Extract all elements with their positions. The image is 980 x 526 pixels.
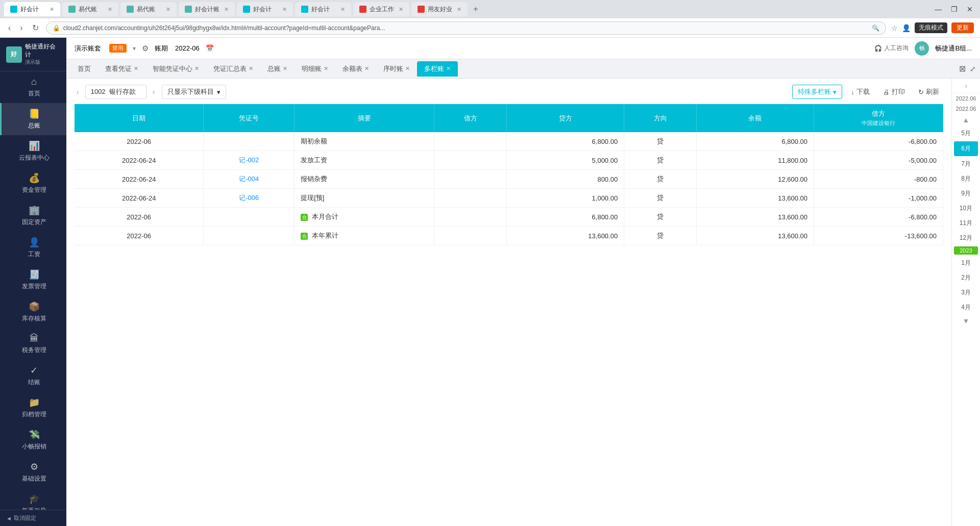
tab-close-6[interactable]: ✕ xyxy=(282,6,287,13)
month-item-jan[interactable]: 1月 xyxy=(952,256,980,270)
tab-sequence-ledger[interactable]: 序时账 ✕ xyxy=(376,61,417,77)
calendar-icon[interactable]: 📅 xyxy=(206,44,214,52)
tab-balance-table[interactable]: 余额表 ✕ xyxy=(335,61,376,77)
month-item-may[interactable]: 5月 xyxy=(952,126,980,141)
sidebar-item-fund[interactable]: 💰 资金管理 xyxy=(0,167,66,199)
sidebar-item-settle[interactable]: ✓ 结账 xyxy=(0,360,66,392)
tab-balance-table-close[interactable]: ✕ xyxy=(364,65,369,72)
sidebar-item-invoice[interactable]: 🧾 发票管理 xyxy=(0,264,66,296)
tab-1[interactable]: 易代账 ✕ xyxy=(62,2,118,16)
month-item-mar[interactable]: 3月 xyxy=(952,285,980,300)
sidebar-item-guide[interactable]: 🎓 新手引导 xyxy=(0,488,66,510)
tab-voucher-view-close[interactable]: ✕ xyxy=(134,65,138,72)
tab-detail-ledger[interactable]: 明细账 ✕ xyxy=(295,61,335,77)
tab-8[interactable]: 企业工作 ✕ xyxy=(353,2,409,16)
customer-service-button[interactable]: 🎧 人工咨询 xyxy=(874,44,909,53)
tab-close-3[interactable]: ✕ xyxy=(224,6,229,13)
maximize-button[interactable]: ❐ xyxy=(948,4,961,14)
tab-close-8[interactable]: ✕ xyxy=(399,6,403,13)
cell-voucher-3[interactable]: 记-006 xyxy=(204,189,295,208)
cell-voucher-0 xyxy=(204,132,295,151)
sidebar-item-inventory[interactable]: 📦 库存核算 xyxy=(0,296,66,328)
month-nav-up-arrow[interactable]: ▲ xyxy=(952,114,980,126)
tab-voucher-summary-close[interactable]: ✕ xyxy=(249,65,253,72)
sidebar-item-tax[interactable]: 🏛 税务管理 xyxy=(0,328,66,360)
special-multi-col-button[interactable]: 特殊多栏账 ▾ xyxy=(792,85,842,99)
asset-icon: 🏢 xyxy=(29,205,40,216)
month-item-dec[interactable]: 12月 xyxy=(952,231,980,245)
close-button[interactable]: ✕ xyxy=(964,4,976,14)
sidebar-item-archive[interactable]: 📁 归档管理 xyxy=(0,392,66,424)
voucher-link-1[interactable]: 记-002 xyxy=(239,156,259,164)
tab-multi-col-ledger-close[interactable]: ✕ xyxy=(446,65,451,72)
sidebar-item-settings[interactable]: ⚙ 基础设置 xyxy=(0,456,66,488)
month-item-feb[interactable]: 2月 xyxy=(952,270,980,285)
tab-general-ledger[interactable]: 总账 ✕ xyxy=(260,61,295,77)
refresh-button[interactable]: ↻ 刷新 xyxy=(914,85,943,98)
expand-icon[interactable]: ▾ xyxy=(133,45,136,52)
tab-close-1[interactable]: ✕ xyxy=(108,6,112,13)
tab-voucher-view[interactable]: 查看凭证 ✕ xyxy=(98,61,145,77)
sidebar-item-expense[interactable]: 💸 小畅报销 xyxy=(0,424,66,456)
month-item-sep[interactable]: 9月 xyxy=(952,186,980,201)
print-button[interactable]: 🖨 打印 xyxy=(879,85,909,98)
month-item-jul[interactable]: 7月 xyxy=(952,157,980,171)
tab-detail-ledger-close[interactable]: ✕ xyxy=(324,65,328,72)
month-nav-down-arrow[interactable]: ▼ xyxy=(952,315,980,327)
new-tab-button[interactable]: + xyxy=(470,3,482,15)
month-item-jun[interactable]: 6月 xyxy=(954,141,978,156)
url-bar[interactable]: 🔒 cloud2.chanjet.com/accounting/uh26t264… xyxy=(46,21,886,35)
month-nav-collapse-btn[interactable]: › xyxy=(952,79,980,93)
sidebar-item-ledger[interactable]: 📒 总账 xyxy=(0,103,66,135)
voucher-link-3[interactable]: 记-006 xyxy=(239,194,259,202)
tab-close-btn[interactable]: ✕ xyxy=(50,6,54,13)
tab-6[interactable]: 好会计 ✕ xyxy=(237,2,293,16)
minimize-button[interactable]: — xyxy=(932,4,945,14)
sidebar-item-asset[interactable]: 🏢 固定资产 xyxy=(0,199,66,232)
tab-close-2[interactable]: ✕ xyxy=(166,6,170,13)
cell-balance-1: 11,800.00 xyxy=(696,151,814,170)
tab-close-7[interactable]: ✕ xyxy=(340,6,345,13)
no-trace-button[interactable]: 无痕模式 xyxy=(915,22,947,33)
tab-label-3: 好会计账 xyxy=(195,5,219,14)
voucher-link-2[interactable]: 记-004 xyxy=(239,175,259,183)
cell-voucher-1[interactable]: 记-002 xyxy=(204,151,295,170)
update-button[interactable]: 更新 xyxy=(951,22,974,33)
tab-smart-voucher-close[interactable]: ✕ xyxy=(194,65,199,72)
settings-gear-icon[interactable]: ⚙ xyxy=(142,44,149,53)
tab-sequence-ledger-close[interactable]: ✕ xyxy=(405,65,410,72)
back-button[interactable]: ‹ xyxy=(6,22,13,34)
month-item-aug[interactable]: 8月 xyxy=(952,171,980,186)
tab-voucher-summary[interactable]: 凭证汇总表 ✕ xyxy=(206,61,260,77)
prev-account-button[interactable]: ‹ xyxy=(75,87,81,97)
month-item-oct[interactable]: 10月 xyxy=(952,201,980,216)
forward-button[interactable]: › xyxy=(18,22,24,34)
tab-nav-collapse[interactable]: ⊠ ⤢ xyxy=(959,64,976,73)
active-tab[interactable]: 好会计 ✕ xyxy=(4,2,60,16)
next-account-button[interactable]: › xyxy=(151,87,157,97)
tab-multi-col-ledger[interactable]: 多栏账 ✕ xyxy=(417,61,458,77)
table-row: 2022-06-24 记-004 报销杂费 800.00 贷 12,600.00… xyxy=(75,170,943,189)
month-item-nov[interactable]: 11月 xyxy=(952,216,980,231)
tab-close-9[interactable]: ✕ xyxy=(457,6,461,13)
user-avatar[interactable]: 畅 xyxy=(915,41,929,56)
cell-voucher-2[interactable]: 记-004 xyxy=(204,170,295,189)
tab-3[interactable]: 好会计账 ✕ xyxy=(179,2,235,16)
bookmark-icon[interactable]: ☆ xyxy=(891,24,898,32)
filter-dropdown[interactable]: 只显示下级科目 ▾ xyxy=(162,85,226,99)
refresh-nav-button[interactable]: ↻ xyxy=(30,22,41,34)
sidebar-item-salary[interactable]: 👤 工资 xyxy=(0,232,66,264)
sidebar-pin-button[interactable]: ◄ 取消固定 xyxy=(0,510,66,526)
tab-general-ledger-label: 总账 xyxy=(267,64,281,73)
tab-home[interactable]: 首页 xyxy=(70,61,98,77)
tab-9[interactable]: 用友好业 ✕ xyxy=(411,2,468,16)
user-profile-icon[interactable]: 👤 xyxy=(902,24,911,32)
month-item-apr[interactable]: 4月 xyxy=(952,300,980,315)
download-button[interactable]: ↓ 下载 xyxy=(847,85,874,98)
tab-7[interactable]: 好会计 ✕ xyxy=(295,2,351,16)
tab-smart-voucher[interactable]: 智能凭证中心 ✕ xyxy=(145,61,206,77)
tab-general-ledger-close[interactable]: ✕ xyxy=(283,65,287,72)
sidebar-item-report[interactable]: 📊 云报表中心 xyxy=(0,135,66,167)
tab-2[interactable]: 易代账 ✕ xyxy=(120,2,177,16)
sidebar-item-home[interactable]: ⌂ 首页 xyxy=(0,71,66,103)
